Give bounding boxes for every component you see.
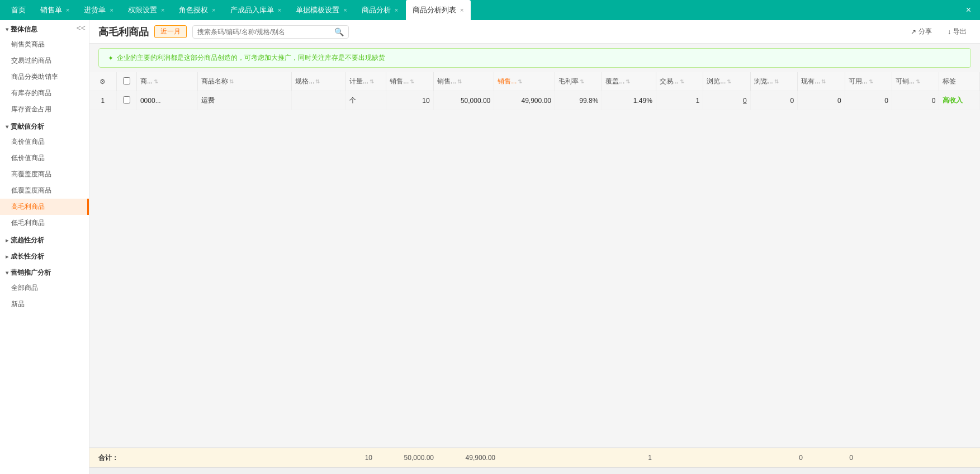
sidebar-section-overall[interactable]: ▾ 整体信息 [0, 20, 89, 36]
sidebar-item-new-goods[interactable]: 新品 [0, 296, 89, 312]
content-header: 高毛利商品 近一月 🔍 ↗ 分享 ↓ 导出 [89, 20, 980, 44]
row-checkbox[interactable] [123, 96, 130, 104]
content-area: 高毛利商品 近一月 🔍 ↗ 分享 ↓ 导出 ✦ 企业的主要的利润都是这部分商品创… [89, 20, 980, 474]
sort-gross-icon: ⇅ [580, 78, 584, 85]
sidebar-item-traded-goods[interactable]: 交易过的商品 [0, 53, 89, 69]
sort-spec-icon: ⇅ [315, 78, 320, 85]
browse1-link[interactable]: 0 [743, 97, 747, 105]
th-stock2[interactable]: 可用... ⇅ [845, 72, 892, 91]
th-stock1[interactable]: 现有... ⇅ [798, 72, 845, 91]
sort-sales1-icon: ⇅ [410, 78, 414, 85]
sort-sales3-icon: ⇅ [518, 78, 522, 85]
sidebar-item-high-gross[interactable]: 高毛利商品 [0, 199, 89, 215]
close-all-tabs[interactable]: × [962, 3, 976, 17]
cell-check[interactable] [116, 91, 136, 110]
nav-close-analysis-list[interactable]: × [460, 7, 463, 13]
overall-section-label: 整体信息 [11, 25, 37, 34]
sort-stock1-icon: ⇅ [821, 78, 826, 85]
nav-close-analysis[interactable]: × [395, 7, 398, 13]
settings-icon: ⚙ [100, 78, 106, 86]
th-settings[interactable]: ⚙ [89, 72, 116, 91]
th-sales2[interactable]: 销售... ⇅ [433, 72, 494, 91]
flow-arrow: ▸ [6, 237, 8, 243]
time-filter-button[interactable]: 近一月 [154, 25, 187, 38]
sort-sellable-icon: ⇅ [916, 78, 920, 85]
cell-code: 0000... [136, 91, 197, 110]
sidebar-item-capital[interactable]: 库存资金占用 [0, 101, 89, 118]
th-trade[interactable]: 交易... ⇅ [656, 72, 703, 91]
sidebar-item-high-coverage[interactable]: 高覆盖度商品 [0, 166, 89, 182]
sidebar-item-all-goods[interactable]: 全部商品 [0, 280, 89, 296]
nav-item-purchase[interactable]: 进货单 × [77, 0, 120, 20]
bottom-scrollbar[interactable] [89, 467, 980, 474]
th-code[interactable]: 商... ⇅ [136, 72, 197, 91]
sidebar-item-low-gross[interactable]: 低毛利商品 [0, 215, 89, 231]
nav-item-analysis[interactable]: 商品分析 × [355, 0, 405, 20]
sidebar-collapse-button[interactable]: << [77, 24, 86, 32]
th-gross-rate[interactable]: 毛利率 ⇅ [555, 72, 602, 91]
sort-browse1-icon: ⇅ [727, 78, 731, 85]
nav-close-role[interactable]: × [212, 7, 215, 13]
sidebar-item-low-coverage[interactable]: 低覆盖度商品 [0, 182, 89, 199]
sidebar-section-contribution[interactable]: ▾ 贡献值分析 [0, 118, 89, 134]
sort-unit-icon: ⇅ [370, 78, 374, 85]
cell-sellable: 0 [892, 91, 939, 110]
sidebar-item-in-stock[interactable]: 有库存的商品 [0, 85, 89, 101]
nav-close-template[interactable]: × [343, 7, 347, 13]
nav-close-purchase[interactable]: × [110, 7, 113, 13]
cell-unit: 个 [345, 91, 386, 110]
th-browse2[interactable]: 浏览... ⇅ [750, 72, 797, 91]
th-sellable[interactable]: 可销... ⇅ [892, 72, 939, 91]
total-sales3: 49,900.00 [445, 454, 495, 462]
sidebar-item-high-value[interactable]: 高价值商品 [0, 134, 89, 150]
growth-arrow: ▸ [6, 254, 8, 260]
cell-tag: 高收入 [939, 91, 980, 110]
th-checkbox[interactable] [116, 72, 136, 91]
alert-icon: ✦ [108, 54, 113, 62]
nav-item-home[interactable]: 首页 [4, 0, 32, 20]
cell-stock2: 0 [845, 91, 892, 110]
cell-spec [292, 91, 346, 110]
th-coverage[interactable]: 覆盖... ⇅ [602, 72, 656, 91]
sidebar-section-flow[interactable]: ▸ 流趋性分析 [0, 231, 89, 247]
search-icon[interactable]: 🔍 [334, 27, 344, 36]
th-spec[interactable]: 规格... ⇅ [292, 72, 346, 91]
total-stock1: 0 [764, 454, 803, 462]
select-all-checkbox[interactable] [123, 77, 130, 85]
nav-item-sales[interactable]: 销售单 × [34, 0, 76, 20]
search-input[interactable] [197, 28, 334, 36]
main-layout: << ▾ 整体信息 销售类商品 交易过的商品 商品分类助销率 有库存的商品 库存… [0, 20, 980, 474]
share-button[interactable]: ↗ 分享 [906, 25, 936, 39]
contribution-arrow: ▾ [6, 124, 8, 130]
sidebar-item-sales-goods[interactable]: 销售类商品 [0, 36, 89, 53]
th-sales1[interactable]: 销售... ⇅ [386, 72, 433, 91]
alert-banner: ✦ 企业的主要的利润都是这部分商品创造的，可考虑加大推广，同时关注库存是不要出现… [98, 48, 971, 68]
th-name[interactable]: 商品名称 ⇅ [197, 72, 292, 91]
sidebar-section-marketing[interactable]: ▾ 营销推广分析 [0, 264, 89, 280]
nav-item-storage[interactable]: 产成品入库单 × [224, 0, 288, 20]
cell-gross-rate: 99.8% [555, 91, 602, 110]
cell-stock1: 0 [798, 91, 845, 110]
sidebar-item-low-value[interactable]: 低价值商品 [0, 150, 89, 166]
table-body: 1 0000... 运费 个 10 50,000.00 49,900.00 99… [89, 91, 980, 110]
nav-item-permission[interactable]: 权限设置 × [121, 0, 171, 20]
nav-close-storage[interactable]: × [278, 7, 281, 13]
share-icon: ↗ [911, 28, 916, 36]
cell-coverage: 1.49% [602, 91, 656, 110]
th-tag[interactable]: 标签 [939, 72, 980, 91]
nav-item-template[interactable]: 单据模板设置 × [289, 0, 353, 20]
nav-item-role[interactable]: 角色授权 × [172, 0, 222, 20]
export-button[interactable]: ↓ 导出 [943, 25, 971, 39]
total-trade: 1 [613, 454, 652, 462]
th-sales3[interactable]: 销售... ⇅ [494, 72, 555, 91]
tag-label: 高收入 [943, 96, 963, 104]
cell-browse1: 0 [703, 91, 750, 110]
nav-close-permission[interactable]: × [161, 7, 164, 13]
nav-item-analysis-list[interactable]: 商品分析列表 × [406, 0, 470, 20]
sort-sales2-icon: ⇅ [457, 78, 462, 85]
th-browse1[interactable]: 浏览... ⇅ [703, 72, 750, 91]
sidebar-item-category-rate[interactable]: 商品分类助销率 [0, 69, 89, 85]
sidebar-section-growth[interactable]: ▸ 成长性分析 [0, 247, 89, 264]
th-unit[interactable]: 计量... ⇅ [345, 72, 386, 91]
nav-close-sales[interactable]: × [66, 7, 69, 13]
